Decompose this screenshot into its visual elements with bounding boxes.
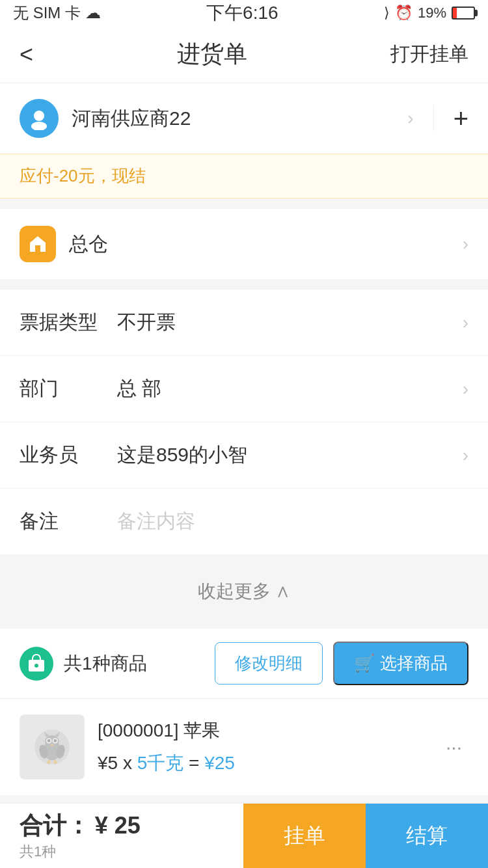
warehouse-section: 总仓 ›	[0, 209, 488, 279]
svg-rect-2	[35, 245, 40, 252]
supplier-avatar	[20, 99, 59, 138]
status-bar: 无 SIM 卡 ☁ 下午6:16 ⟩ ⏰ 19%	[0, 0, 488, 26]
product-price: ¥5 x 5千克 = ¥25	[98, 751, 426, 776]
invoice-type-value: 不开票	[111, 309, 463, 336]
product-info: [0000001] 苹果 ¥5 x 5千克 = ¥25	[98, 718, 426, 776]
add-supplier-button[interactable]: +	[454, 104, 468, 133]
salesperson-label: 业务员	[20, 442, 111, 468]
remark-row[interactable]: 备注 备注内容	[0, 489, 488, 554]
invoice-type-chevron-icon: ›	[463, 312, 468, 333]
invoice-type-row[interactable]: 票据类型 不开票 ›	[0, 290, 488, 356]
sim-signal: 无 SIM 卡 ☁	[13, 3, 101, 23]
warehouse-name: 总仓	[69, 231, 463, 258]
remark-value: 备注内容	[111, 508, 468, 535]
product-more-button[interactable]: ···	[439, 729, 468, 765]
alarm-icon: ⏰	[395, 5, 413, 21]
supplier-section: 河南供应商22 › + 应付-20元，现结	[0, 83, 488, 198]
location-icon: ⟩	[384, 5, 390, 21]
product-name: [0000001] 苹果	[98, 718, 426, 743]
bottom-total: 合计： ¥ 25 共1种	[0, 804, 243, 868]
page-title: 进货单	[177, 38, 247, 70]
price-separator: x	[123, 753, 137, 773]
suspend-button[interactable]: 挂单	[243, 804, 366, 868]
collapse-button[interactable]: 收起更多 ∧	[0, 565, 488, 618]
product-header: 共1种商品 修改明细 🛒 选择商品	[0, 629, 488, 699]
warehouse-row[interactable]: 总仓 ›	[0, 209, 488, 279]
select-product-button[interactable]: 🛒 选择商品	[333, 642, 468, 685]
total-label: 合计：	[20, 812, 90, 839]
svg-point-4	[34, 664, 38, 668]
product-item: [0000001] 苹果 ¥5 x 5千克 = ¥25 ···	[0, 699, 488, 795]
battery-label: 19%	[418, 5, 446, 21]
equals-sign: =	[189, 753, 204, 773]
total-amount: ¥ 25	[95, 812, 141, 839]
total-count: 共1种	[20, 842, 224, 861]
edit-detail-button[interactable]: 修改明细	[215, 642, 323, 685]
supplier-row[interactable]: 河南供应商22 › +	[0, 83, 488, 154]
department-chevron-icon: ›	[463, 379, 468, 400]
department-label: 部门	[20, 375, 111, 402]
form-section: 票据类型 不开票 › 部门 总 部 › 业务员 这是859的小智 › 备注 备注…	[0, 290, 488, 554]
cart-icon: 🛒	[354, 653, 375, 673]
svg-point-1	[31, 122, 47, 130]
checkout-button[interactable]: 结算	[366, 804, 488, 868]
total-value: ¥25	[204, 753, 235, 773]
warehouse-chevron-icon: ›	[463, 234, 468, 254]
back-button[interactable]: <	[20, 41, 33, 68]
remark-label: 备注	[20, 508, 111, 535]
battery-icon	[452, 7, 475, 20]
product-thumbnail	[20, 714, 85, 780]
supplier-name: 河南供应商22	[72, 105, 407, 132]
svg-point-9	[47, 739, 51, 742]
salesperson-chevron-icon: ›	[463, 445, 468, 466]
status-right: ⟩ ⏰ 19%	[384, 5, 475, 21]
svg-point-0	[34, 111, 44, 121]
product-section: 共1种商品 修改明细 🛒 选择商品	[0, 629, 488, 795]
department-value: 总 部	[111, 375, 463, 402]
product-count: 共1种商品	[64, 651, 215, 676]
product-icon	[20, 647, 53, 681]
status-time: 下午6:16	[206, 1, 278, 25]
warehouse-icon	[20, 226, 56, 262]
bottom-bar: 合计： ¥ 25 共1种 挂单 结算	[0, 803, 488, 868]
nav-bar: < 进货单 打开挂单	[0, 26, 488, 83]
open-pending-button[interactable]: 打开挂单	[390, 41, 468, 68]
salesperson-value: 这是859的小智	[111, 442, 463, 468]
price-value: ¥5	[98, 753, 118, 773]
department-row[interactable]: 部门 总 部 ›	[0, 356, 488, 422]
invoice-type-label: 票据类型	[20, 309, 111, 336]
quantity-value: 5千克	[137, 753, 184, 773]
supplier-chevron-icon: ›	[407, 108, 413, 129]
salesperson-row[interactable]: 业务员 这是859的小智 ›	[0, 422, 488, 489]
total-line1: 合计： ¥ 25	[20, 810, 224, 842]
supplier-divider	[433, 105, 434, 131]
supplier-right: › +	[407, 104, 468, 133]
status-left: 无 SIM 卡 ☁	[13, 3, 101, 23]
supplier-notice: 应付-20元，现结	[0, 154, 488, 198]
svg-point-11	[53, 739, 57, 742]
